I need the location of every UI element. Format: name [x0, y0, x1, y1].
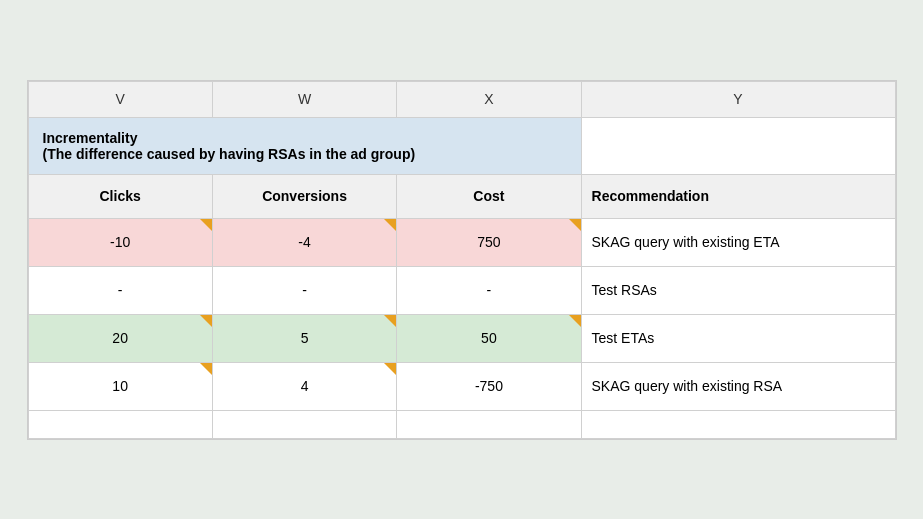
recommendation-cell: SKAG query with existing ETA — [581, 218, 895, 266]
incrementality-empty — [581, 117, 895, 174]
col-header-w: W — [212, 81, 397, 117]
cost-cell: -750 — [397, 362, 581, 410]
cost-cell: - — [397, 266, 581, 314]
clicks-cell: 20 — [28, 314, 212, 362]
col-header-v: V — [28, 81, 212, 117]
subheader-conversions: Conversions — [212, 174, 397, 218]
subheader-recommendation: Recommendation — [581, 174, 895, 218]
conversions-cell: 4 — [212, 362, 397, 410]
table-row: 20550Test ETAs — [28, 314, 895, 362]
conversions-cell: 5 — [212, 314, 397, 362]
clicks-cell: - — [28, 266, 212, 314]
clicks-cell: 10 — [28, 362, 212, 410]
incrementality-cell: Incrementality (The difference caused by… — [28, 117, 581, 174]
col-header-y: Y — [581, 81, 895, 117]
subheader-cost: Cost — [397, 174, 581, 218]
cost-cell: 750 — [397, 218, 581, 266]
conversions-cell: - — [212, 266, 397, 314]
clicks-cell: -10 — [28, 218, 212, 266]
cost-cell: 50 — [397, 314, 581, 362]
recommendation-cell: SKAG query with existing RSA — [581, 362, 895, 410]
subheader-clicks: Clicks — [28, 174, 212, 218]
table-row: 104-750SKAG query with existing RSA — [28, 362, 895, 410]
empty-row — [28, 410, 895, 438]
table-row: ---Test RSAs — [28, 266, 895, 314]
table-row: -10-4750SKAG query with existing ETA — [28, 218, 895, 266]
incrementality-line1: Incrementality — [43, 130, 138, 146]
recommendation-cell: Test RSAs — [581, 266, 895, 314]
recommendation-cell: Test ETAs — [581, 314, 895, 362]
spreadsheet-table: V W X Y Incrementality (The difference c… — [27, 80, 897, 440]
conversions-cell: -4 — [212, 218, 397, 266]
incrementality-line2: (The difference caused by having RSAs in… — [43, 146, 416, 162]
col-header-x: X — [397, 81, 581, 117]
